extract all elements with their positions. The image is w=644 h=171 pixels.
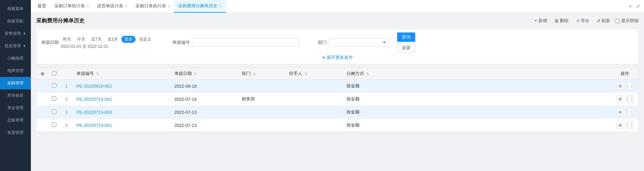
- docno-link[interactable]: PE-20220713-003: [76, 110, 112, 115]
- date-pill-more[interactable]: 更多: [121, 36, 136, 43]
- sidebar-item-label: 库存核算: [1, 93, 30, 98]
- tab-home[interactable]: 首页: [34, 0, 50, 13]
- date-pill-today[interactable]: 今天: [75, 36, 88, 43]
- row-settings-cell: [37, 80, 49, 93]
- docno-link[interactable]: PE-20220919-002: [76, 84, 112, 89]
- show-columns-checkbox[interactable]: [615, 19, 620, 23]
- sidebar-item-wholesale[interactable]: 批发管理 ▼: [0, 40, 31, 52]
- row-more-icon[interactable]: ⋮⋮: [626, 82, 633, 90]
- table-header-row: ⚙ 单据编号 ⇅ 单据日期 ⇅: [37, 68, 638, 80]
- docno-link[interactable]: PE-20220713-001: [76, 123, 112, 128]
- sidebar-item-ledger[interactable]: 总账管理: [0, 114, 31, 126]
- data-table: ⚙ 单据编号 ⇅ 单据日期 ⇅: [36, 68, 639, 132]
- close-tab-purchase-order-stats[interactable]: ×: [87, 4, 89, 8]
- row-checkbox-cell: [49, 119, 60, 132]
- page-body: 采购费用分摊单历史 + 新增 🗑 删除 ↗ 导出 ↺ 刷新 显示明细: [31, 13, 644, 171]
- row-view-icon[interactable]: ⊞: [616, 82, 624, 90]
- row-more-icon[interactable]: ⋮⋮: [626, 108, 633, 116]
- docno-input[interactable]: [192, 38, 299, 47]
- sidebar-item-mobile-shop[interactable]: 小畅电商: [0, 52, 31, 65]
- row-docno: PE-20220714-001: [73, 93, 171, 106]
- row-split-method: 按金额: [343, 93, 611, 106]
- row-checkbox-3[interactable]: [52, 122, 56, 127]
- sidebar-item-retail[interactable]: 零售管理 ▼: [0, 27, 31, 40]
- sort-icon-split-method[interactable]: ⇅: [366, 72, 369, 76]
- delete-icon: 🗑: [554, 18, 559, 23]
- sidebar-item-purchase[interactable]: 采购管理: [0, 77, 31, 89]
- table-row: 2 PE-20220714-001 2022-07-14 财务部 按金额 ⊞ ⋮…: [37, 93, 638, 106]
- date-filter: 单据日期 昨天 今天 近7天 近1月 更多 自定义 2022-01-01 至 2…: [41, 36, 154, 50]
- row-checkbox-cell: [49, 80, 60, 93]
- sidebar-item-label: 小畅电商: [1, 56, 30, 61]
- row-split-method: 按金额: [343, 119, 611, 132]
- row-actions: ⊞ ⋮⋮: [611, 80, 638, 93]
- row-checkbox-0[interactable]: [52, 83, 56, 88]
- row-dept: [238, 106, 286, 119]
- row-seq: 4: [60, 119, 73, 132]
- row-docdate: 2022-07-13: [171, 106, 238, 119]
- tab-purchase-order-stats[interactable]: 采购订单统计表 ×: [50, 0, 93, 13]
- sort-icon-docdate[interactable]: ⇅: [194, 72, 197, 76]
- row-checkbox-2[interactable]: [52, 109, 56, 114]
- delete-button[interactable]: 🗑 删除: [552, 17, 571, 25]
- row-dept: 财务部: [238, 93, 286, 106]
- sort-icon-handler[interactable]: ⇅: [305, 72, 307, 76]
- col-header-handler: 经手人 ⇅: [286, 68, 343, 80]
- tab-purchase-order-exec[interactable]: 采购订单执行表 ×: [131, 0, 174, 13]
- sidebar-item-label: 采购管理: [1, 80, 30, 86]
- close-tab-purchase-order-exec[interactable]: ×: [168, 4, 170, 8]
- sidebar-item-quick-nav[interactable]: 快捷导航: [0, 15, 31, 27]
- docno-filter: 单据编号: [172, 38, 299, 47]
- dept-select[interactable]: [329, 38, 389, 47]
- header-actions: + 新增 🗑 删除 ↗ 导出 ↺ 刷新 显示明细: [533, 17, 639, 25]
- show-columns-checkbox-label: 显示明细: [615, 18, 639, 24]
- row-docdate: 2022-09-19: [171, 80, 238, 93]
- date-pill-7days[interactable]: 近7天: [89, 36, 104, 43]
- tab-incoming-stats[interactable]: 进货单统计表 ×: [93, 0, 131, 13]
- close-tab-incoming-stats[interactable]: ×: [125, 4, 127, 8]
- col-header-docdate: 单据日期 ⇅: [171, 68, 238, 80]
- row-view-icon[interactable]: ⊞: [616, 121, 624, 129]
- row-handler: [286, 106, 343, 119]
- col-header-settings[interactable]: ⚙: [37, 68, 49, 80]
- row-docdate: 2022-07-14: [171, 93, 238, 106]
- select-all-checkbox[interactable]: [52, 71, 56, 75]
- sidebar-item-label: 资金管理: [1, 105, 30, 111]
- add-button[interactable]: + 新增: [533, 17, 549, 25]
- row-settings-cell: [37, 93, 49, 106]
- refresh-button[interactable]: ↺ 刷新: [595, 17, 612, 25]
- sidebar-item-label: 发票管理: [1, 130, 30, 136]
- close-window-icon[interactable]: ×: [628, 3, 633, 9]
- settings-button[interactable]: 设置: [397, 43, 415, 53]
- sidebar-item-inventory[interactable]: 库存核算: [0, 89, 31, 102]
- date-pill-yesterday[interactable]: 昨天: [61, 36, 73, 43]
- sort-icon-docno[interactable]: ⇅: [96, 72, 99, 76]
- expand-more-button[interactable]: ▼ 展开更多条件: [41, 55, 634, 61]
- date-pill-custom[interactable]: 自定义: [137, 36, 154, 43]
- docno-link[interactable]: PE-20220714-001: [76, 97, 112, 102]
- row-docno: PE-20220713-003: [73, 106, 171, 119]
- sidebar-item-label: 电商管理: [1, 68, 30, 74]
- sidebar-item-finance[interactable]: 资金管理: [0, 102, 31, 114]
- export-icon: ↗: [576, 18, 580, 23]
- date-pill-1month[interactable]: 近1月: [105, 36, 120, 43]
- row-handler: [286, 93, 343, 106]
- sort-icon-dept[interactable]: ⇅: [253, 72, 256, 76]
- query-button[interactable]: 查询: [397, 32, 415, 42]
- close-tab-purchase-fee-history[interactable]: ×: [219, 4, 221, 8]
- export-button[interactable]: ↗ 导出: [574, 17, 591, 25]
- row-view-icon[interactable]: ⊞: [616, 108, 624, 116]
- sidebar-item-invoice[interactable]: 发票管理: [0, 126, 31, 139]
- row-more-icon[interactable]: ⋮⋮: [626, 95, 633, 103]
- sidebar-item-ecommerce[interactable]: 电商管理: [0, 65, 31, 77]
- main-content: 首页 采购订单统计表 × 进货单统计表 × 采购订单执行表 × 采购费用分摊单历…: [31, 0, 644, 171]
- row-more-icon[interactable]: ⋮⋮: [626, 121, 633, 129]
- sidebar-item-search[interactable]: 搜索菜单: [0, 3, 31, 15]
- row-view-icon[interactable]: ⊞: [616, 95, 624, 103]
- row-checkbox-1[interactable]: [52, 96, 56, 101]
- table-row: 4 PE-20220713-001 2022-07-13 按金额 ⊞ ⋮⋮: [37, 119, 638, 132]
- dept-filter-label: 部门: [318, 39, 327, 46]
- expand-window-icon[interactable]: ⤢: [635, 3, 641, 9]
- col-header-docno: 单据编号 ⇅: [73, 68, 171, 80]
- tab-purchase-fee-history[interactable]: 采购费用分摊单历史 ×: [174, 0, 225, 13]
